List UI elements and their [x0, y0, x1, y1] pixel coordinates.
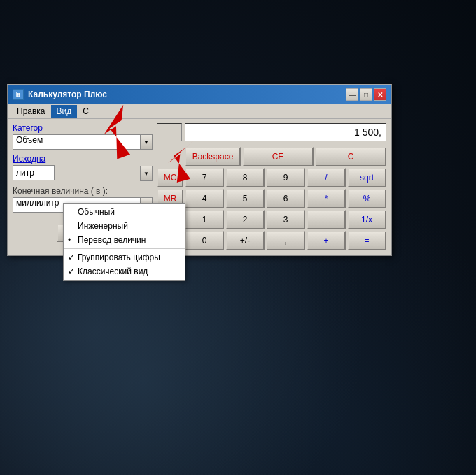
target-label: Конечная величина ( в ):: [13, 186, 153, 196]
category-label: Категор: [13, 123, 153, 133]
menu-pravka[interactable]: Правка: [11, 105, 51, 118]
mul-button[interactable]: *: [307, 189, 346, 208]
eq-button[interactable]: =: [347, 231, 386, 250]
btn-5[interactable]: 5: [225, 189, 265, 208]
btn-8[interactable]: 8: [225, 168, 265, 187]
btn-2[interactable]: 2: [225, 210, 265, 229]
sqrt-button[interactable]: sqrt: [347, 168, 386, 187]
backspace-button[interactable]: Backspace: [185, 147, 241, 166]
menu-vid[interactable]: Вид: [51, 105, 78, 118]
source-dropdown-row: литр ▼: [13, 165, 153, 182]
btn-9[interactable]: 9: [266, 168, 305, 187]
btn-0[interactable]: 0: [185, 231, 224, 250]
sign-button[interactable]: +/-: [225, 231, 265, 250]
btn-4[interactable]: 4: [185, 189, 224, 208]
title-buttons: — □ ✕: [346, 88, 386, 101]
close-button[interactable]: ✕: [374, 88, 386, 101]
div-button[interactable]: /: [307, 168, 346, 187]
menu-option-convert[interactable]: • Перевод величин: [64, 233, 185, 247]
menu-option-group[interactable]: ✓ Группировать цифры: [64, 250, 185, 264]
menu-s[interactable]: С: [77, 105, 94, 118]
minimize-button[interactable]: —: [346, 88, 358, 101]
check-icon-classic: ✓: [68, 267, 75, 276]
ce-button[interactable]: CE: [242, 147, 314, 166]
category-dropdown-btn[interactable]: ▼: [140, 134, 153, 150]
menu-bar: Правка Вид С: [8, 104, 391, 119]
title-bar: 🖩 Калькулятор Плюс — □ ✕: [8, 85, 391, 104]
maximize-button[interactable]: □: [360, 88, 372, 101]
menu-option-engineering[interactable]: Инженерный: [64, 219, 185, 233]
bullet-icon: •: [68, 235, 71, 245]
mc-button[interactable]: MC: [157, 168, 183, 187]
c-button[interactable]: C: [315, 147, 386, 166]
add-button[interactable]: +: [307, 231, 346, 250]
sub-button[interactable]: –: [307, 210, 346, 229]
menu-option-classic[interactable]: ✓ Классический вид: [64, 264, 185, 278]
comma-button[interactable]: ,: [266, 231, 305, 250]
source-label: Исходна: [13, 154, 153, 164]
inv-button[interactable]: 1/x: [347, 210, 386, 229]
right-panel: 1 500, Backspace CE C MC 7 8 9 / sqrt MR: [157, 123, 386, 250]
btn-1[interactable]: 1: [185, 210, 224, 229]
category-dropdown[interactable]: Объем: [13, 134, 140, 150]
source-dropdown-btn[interactable]: ▼: [140, 166, 153, 181]
menu-separator: [64, 248, 185, 249]
vid-dropdown-menu: Обычный Инженерный • Перевод величин ✓ Г…: [63, 203, 186, 281]
pct-button[interactable]: %: [347, 189, 386, 208]
source-link[interactable]: Исходна: [13, 154, 46, 164]
menu-option-normal[interactable]: Обычный: [64, 205, 185, 219]
category-link[interactable]: Категор: [13, 123, 43, 133]
source-value-display: литр: [13, 165, 55, 180]
btn-7[interactable]: 7: [185, 168, 224, 187]
calc-display: 1 500,: [185, 123, 386, 141]
app-icon: 🖩: [13, 89, 24, 100]
main-window: 🖩 Калькулятор Плюс — □ ✕ Правка Вид С Ка…: [7, 84, 392, 256]
check-icon-group: ✓: [68, 253, 75, 262]
btn-6[interactable]: 6: [266, 189, 305, 208]
btn-3[interactable]: 3: [266, 210, 305, 229]
category-dropdown-row: Объем ▼: [13, 134, 153, 150]
window-title: Калькулятор Плюс: [28, 90, 107, 99]
